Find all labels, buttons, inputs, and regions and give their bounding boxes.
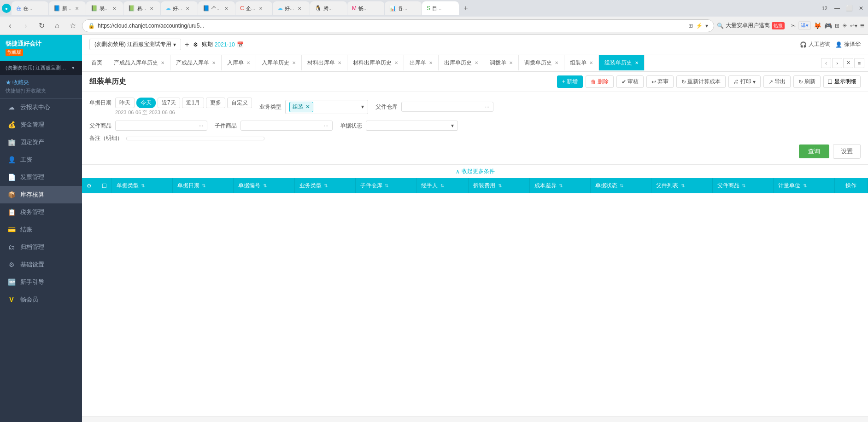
th-type[interactable]: 单据类型 ⇅ [111,178,172,193]
new-tab-button[interactable]: + [459,2,472,15]
sidebar-header[interactable]: 畅捷通好会计 旗舰版 [0,35,82,61]
remove-biz-type-tag[interactable]: ✕ [305,104,310,110]
close-assembly-hist[interactable]: ✕ [635,60,639,65]
menu-tab-mat-out-hist[interactable]: 材料出库单历史 ✕ [347,55,404,70]
sub-goods-input[interactable]: ··· [240,121,333,131]
service-button[interactable]: 🎧 人工咨询 [800,40,831,48]
sidebar-item-cloud-report[interactable]: ☁ 云报表中心 [0,98,82,116]
refresh-button[interactable]: ↻ 刷新 [793,75,821,88]
tab-close-6[interactable]: ✕ [224,6,228,11]
undo-icon[interactable]: ↩▾ [850,23,857,29]
menu-tab-home[interactable]: 首页 [86,55,108,70]
order-status-dropdown-icon[interactable]: ▾ [451,122,454,129]
user-button[interactable]: 👤 徐泽华 [835,40,861,48]
maximize-button[interactable]: ⬜ [844,3,854,13]
sidebar-item-inventory[interactable]: 📦 库存核算 [0,186,82,203]
order-status-input[interactable]: ▾ [366,121,458,131]
menu-tab-in-hist[interactable]: 入库单历史 ✕ [256,55,302,70]
browser-tab-10[interactable]: M 畅... [347,1,384,15]
th-settings[interactable]: ⚙ [82,178,97,193]
close-all-button[interactable]: ✕ [843,58,853,68]
abandon-button[interactable]: ↩ 弃审 [646,75,674,88]
translate-icon[interactable]: 译▾ [798,21,811,30]
parent-goods-input[interactable]: ··· [115,121,207,131]
menu-tab-prod-in-hist[interactable]: 产成品入库单历史 ✕ [108,55,170,70]
sidebar-item-member[interactable]: V 畅会员 [0,291,82,308]
close-transfer-hist[interactable]: ✕ [555,60,558,65]
company-selector-top[interactable]: (勿删勿禁用) 江西服宝测试专用 ▾ [89,39,181,50]
game-icon[interactable]: 🎮 [824,22,832,29]
close-mat-out-hist[interactable]: ✕ [394,60,398,65]
browser-tab-3[interactable]: 📗 易... ✕ [86,1,123,15]
minimize-button[interactable]: — [832,3,842,13]
tab-close-7[interactable]: ✕ [259,6,263,11]
back-button[interactable]: ‹ [4,19,17,32]
recalculate-button[interactable]: ↻ 重新计算成本 [676,75,726,88]
th-sub-warehouse[interactable]: 子件仓库 ⇅ [355,178,416,193]
close-button[interactable]: ✕ [856,3,866,13]
settings-gear-button[interactable]: ⚙ [193,41,198,48]
nav-right-button[interactable]: › [832,58,842,68]
show-detail-checkbox[interactable]: ☐ 显示明细 [823,75,861,88]
sidebar-item-fixed-assets[interactable]: 🏢 固定资产 [0,133,82,151]
query-button[interactable]: 查询 [799,145,829,158]
checkbox-all[interactable]: ☐ [102,183,107,189]
menu-tab-assembly[interactable]: 组装单 ✕ [564,55,599,70]
refresh-browser-button[interactable]: ↻ [35,19,48,32]
th-biz-type[interactable]: 业务类型 ⇅ [294,178,355,193]
last-month-button[interactable]: 近1月 [182,98,205,108]
favorites-title[interactable]: ★ 收藏夹 [6,79,76,87]
browser-tab-7[interactable]: C 企... ✕ [235,1,272,15]
th-number[interactable]: 单据编号 ⇅ [234,178,294,193]
tab-close-2[interactable]: ✕ [75,6,79,11]
biz-type-input[interactable]: 组装 ✕ ▾ [285,100,368,114]
yesterday-button[interactable]: 昨天 [115,98,135,108]
close-prod-in-hist[interactable]: ✕ [161,60,164,65]
browser-tab-9[interactable]: 🐧 腾... [310,1,347,15]
more-date-button[interactable]: 更多 [206,98,225,108]
close-prod-in[interactable]: ✕ [212,60,216,65]
th-cost-diff[interactable]: 成本差异 ⇅ [529,178,590,193]
menu-tab-assembly-hist[interactable]: 组装单历史 ✕ [599,55,645,70]
today-button[interactable]: 今天 [136,98,156,108]
sidebar-item-invoice[interactable]: 📄 发票管理 [0,168,82,186]
menu-tab-transfer-hist[interactable]: 调拨单历史 ✕ [519,55,564,70]
grid-icon[interactable]: ⊞ [835,23,839,29]
forward-button[interactable]: › [19,19,32,32]
sidebar-item-checkout[interactable]: 💳 结账 [0,221,82,238]
menu-tab-out-order[interactable]: 出库单 ✕ [404,55,439,70]
browser-tab-5[interactable]: ☁ 好... ✕ [161,1,198,15]
brightness-icon[interactable]: ☀ [842,23,847,29]
menu-tab-prod-in[interactable]: 产成品入库单 ✕ [170,55,222,70]
sidebar-item-payroll[interactable]: 👤 工资 [0,151,82,168]
remark-input[interactable] [126,137,264,140]
home-browser-button[interactable]: ⌂ [51,19,64,32]
th-handler[interactable]: 经手人 ⇅ [416,178,469,193]
browser-tab-11[interactable]: 📊 各... [385,1,422,15]
tab-close-3[interactable]: ✕ [112,6,116,11]
sidebar-item-archive[interactable]: 🗂 归档管理 [0,238,82,256]
delete-button[interactable]: 🗑 删除 [586,75,614,88]
sub-goods-more[interactable]: ··· [324,122,328,129]
period-selector[interactable]: 账期 2021-10 📅 [202,40,244,48]
th-disassembly[interactable]: 拆装费用 ⇅ [469,178,529,193]
browser-tab-4[interactable]: 📗 易... ✕ [123,1,160,15]
add-button[interactable]: + [185,40,189,49]
tab-close-5[interactable]: ✕ [186,6,189,11]
browser-tab-2[interactable]: 📘 新... ✕ [49,1,86,15]
biz-type-dropdown-icon[interactable]: ▾ [361,104,364,110]
dropdown-icon[interactable]: ▾ [705,23,708,29]
emoji-icon[interactable]: 🦊 [814,22,821,29]
th-parent-list[interactable]: 父件列表 ⇅ [651,178,712,193]
parent-goods-more[interactable]: ··· [199,122,203,129]
nav-left-button[interactable]: ‹ [821,58,831,68]
sidebar-item-tax[interactable]: 📋 税务管理 [0,203,82,221]
sidebar-item-guide[interactable]: 🆕 新手引导 [0,273,82,291]
menu-tab-in-order[interactable]: 入库单 ✕ [222,55,256,70]
th-unit[interactable]: 计量单位 ⇅ [774,178,834,193]
menu-tab-out-hist[interactable]: 出库单历史 ✕ [439,55,484,70]
tab-close-4[interactable]: ✕ [150,6,153,11]
th-order-status[interactable]: 单据状态 ⇅ [591,178,651,193]
menu-tab-transfer[interactable]: 调拨单 ✕ [484,55,519,70]
last7-button[interactable]: 近7天 [158,98,180,108]
